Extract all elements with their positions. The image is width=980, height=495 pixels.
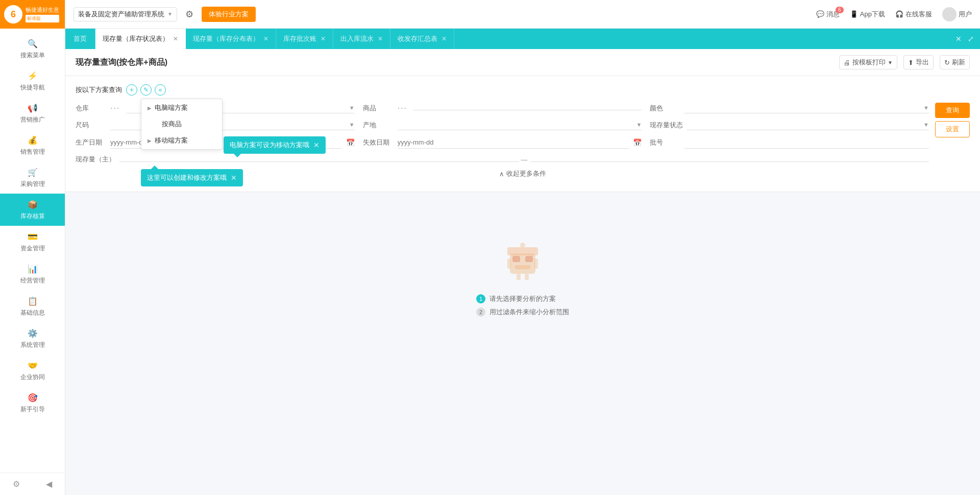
warehouse-dots[interactable]: ··· bbox=[110, 104, 120, 113]
sidebar-item-basic[interactable]: 📋基础信息 bbox=[0, 290, 65, 322]
tab-label-inventory-dist: 现存量（库存分布表） bbox=[193, 34, 259, 43]
inventory-status-field: 现存量状态 ▼ bbox=[650, 120, 929, 130]
page-actions: 🖨 按模板打印 ▼ ⬆ 导出 ↻ 刷新 bbox=[839, 55, 970, 69]
tooltip-create-scheme: 这里可以创建和修改方案哦 ✕ bbox=[141, 169, 243, 186]
header-settings-icon[interactable]: ⚙ bbox=[183, 7, 195, 22]
goods-select[interactable] bbox=[413, 106, 642, 110]
sidebar-item-marketing[interactable]: 📢营销推广 bbox=[0, 97, 65, 129]
tab-in-out-flow[interactable]: 出入库流水✕ bbox=[333, 29, 390, 49]
svg-rect-6 bbox=[517, 274, 521, 280]
empty-hints: 1 请先选择要分析的方案 2 用过滤条件来缩小分析范围 bbox=[476, 294, 569, 317]
tab-close-receive-summary[interactable]: ✕ bbox=[442, 36, 447, 42]
system-selector[interactable]: 装备及固定资产辅助管理系统 ▼ bbox=[74, 7, 177, 21]
search-button[interactable]: 查询 bbox=[935, 103, 970, 118]
export-label: 导出 bbox=[916, 58, 929, 67]
tab-label-receive-summary: 收发存汇总表 bbox=[398, 34, 437, 43]
close-all-tabs-btn[interactable]: ✕ bbox=[955, 35, 962, 43]
notification-btn[interactable]: 💬 消息 6 bbox=[816, 10, 840, 19]
back-scheme-btn[interactable]: « bbox=[155, 84, 166, 96]
sales-nav-label: 销售管理 bbox=[20, 148, 45, 156]
pc-scheme-item[interactable]: ▶ 电脑端方案 bbox=[141, 99, 222, 116]
tab-close-batch-ledger[interactable]: ✕ bbox=[321, 36, 326, 42]
empty-state: 1 请先选择要分析的方案 2 用过滤条件来缩小分析范围 bbox=[65, 192, 980, 358]
notification-icon: 💬 bbox=[816, 10, 824, 18]
tab-inventory-dist[interactable]: 现存量（库存分布表）✕ bbox=[186, 29, 276, 49]
marketing-nav-icon: 📢 bbox=[27, 102, 38, 113]
origin-select[interactable]: ▼ bbox=[398, 120, 642, 130]
goods-dots[interactable]: ··· bbox=[398, 104, 407, 113]
edit-scheme-btn[interactable]: ✎ bbox=[140, 84, 152, 96]
export-button[interactable]: ⬆ 导出 bbox=[903, 55, 934, 69]
export-icon: ⬆ bbox=[908, 59, 914, 66]
svg-rect-1 bbox=[512, 256, 520, 262]
settings-bottom-icon[interactable]: ⚙ bbox=[13, 479, 20, 489]
sidebar-item-system[interactable]: ⚙️系统管理 bbox=[0, 322, 65, 355]
expiry-calendar-icon[interactable]: 📅 bbox=[633, 138, 642, 147]
tab-batch-ledger[interactable]: 库存批次账✕ bbox=[276, 29, 333, 49]
expiry-date-field: 失效日期 📅 bbox=[363, 136, 642, 149]
sidebar-bottom: ⚙ ◀ bbox=[0, 473, 65, 495]
inventory-status-select[interactable]: ▼ bbox=[687, 120, 929, 130]
tab-close-in-out-flow[interactable]: ✕ bbox=[378, 36, 383, 42]
add-scheme-btn[interactable]: ＋ bbox=[126, 84, 137, 96]
tooltip-close-1[interactable]: ✕ bbox=[313, 141, 320, 149]
inventory-nav-label: 库存核算 bbox=[20, 212, 45, 221]
refresh-button[interactable]: ↻ 刷新 bbox=[940, 55, 970, 69]
system-name: 装备及固定资产辅助管理系统 bbox=[78, 10, 164, 19]
tab-home[interactable]: 首页 bbox=[65, 29, 95, 49]
app-download-btn[interactable]: 📱 App下载 bbox=[850, 10, 885, 19]
batch-no-input[interactable] bbox=[684, 136, 929, 149]
mobile-scheme-item[interactable]: ▶ 移动端方案 bbox=[141, 132, 222, 149]
reset-button[interactable]: 设置 bbox=[935, 121, 970, 137]
tab-close-inventory-status[interactable]: ✕ bbox=[173, 36, 178, 42]
fullscreen-btn[interactable]: ⤢ bbox=[968, 35, 974, 43]
pc-sub-item[interactable]: 按商品 bbox=[152, 116, 222, 132]
tab-bar-end: ✕ ⤢ bbox=[949, 29, 980, 49]
tooltip-close-2[interactable]: ✕ bbox=[231, 174, 237, 182]
collapse-icon[interactable]: ◀ bbox=[46, 479, 52, 489]
online-service-btn[interactable]: 🎧 在线客服 bbox=[895, 10, 932, 19]
sidebar-item-quick-nav[interactable]: ⚡快捷导航 bbox=[0, 65, 65, 97]
tab-receive-summary[interactable]: 收发存汇总表✕ bbox=[390, 29, 454, 49]
color-label: 颜色 bbox=[650, 104, 680, 113]
color-select[interactable]: ▼ bbox=[684, 103, 929, 113]
user-menu-btn[interactable]: 用户 bbox=[942, 7, 972, 21]
tab-inventory-status[interactable]: 现存量（库存状况表）✕ bbox=[95, 29, 186, 49]
warehouse-label: 仓库 bbox=[76, 104, 106, 113]
tab-label-in-out-flow: 出入库流水 bbox=[340, 34, 374, 43]
tab-label-home: 首页 bbox=[74, 34, 87, 43]
expiry-date-start[interactable] bbox=[398, 136, 444, 148]
search-nav-label: 搜索菜单 bbox=[20, 51, 45, 60]
logo-icon: 6 bbox=[4, 5, 22, 23]
sidebar-item-finance[interactable]: 💳资金管理 bbox=[0, 226, 65, 258]
filter-label: 按以下方案查询 bbox=[76, 85, 122, 95]
sidebar-item-inventory[interactable]: 📦库存核算 bbox=[0, 194, 65, 226]
tooltip-text-2: 这里可以创建和修改方案哦 bbox=[147, 173, 227, 182]
sidebar-item-search[interactable]: 🔍搜索菜单 bbox=[0, 33, 65, 65]
purchase-nav-label: 采购管理 bbox=[20, 180, 45, 188]
sidebar-item-guide[interactable]: 🎯新手引导 bbox=[0, 387, 65, 419]
refresh-icon: ↻ bbox=[944, 59, 950, 66]
hint-num-1: 1 bbox=[476, 294, 485, 303]
guide-nav-label: 新手引导 bbox=[20, 405, 45, 414]
tab-close-inventory-dist[interactable]: ✕ bbox=[263, 36, 268, 42]
tooltip-pc-scheme: 电脑方案可设为移动方案哦 ✕ bbox=[224, 136, 326, 154]
hint-text-2: 用过滤条件来缩小分析范围 bbox=[489, 308, 569, 317]
enterprise-nav-label: 企业协同 bbox=[20, 373, 45, 382]
expand-icon2: ▶ bbox=[148, 138, 152, 144]
experience-button[interactable]: 体验行业方案 bbox=[202, 7, 256, 22]
sidebar-item-sales[interactable]: 💰销售管理 bbox=[0, 129, 65, 161]
sales-nav-icon: 💰 bbox=[27, 134, 38, 146]
sidebar-item-operation[interactable]: 📊经营管理 bbox=[0, 258, 65, 290]
production-calendar-icon[interactable]: 📅 bbox=[346, 138, 355, 147]
sidebar-item-purchase[interactable]: 🛒采购管理 bbox=[0, 161, 65, 194]
top-header: 装备及固定资产辅助管理系统 ▼ ⚙ 体验行业方案 💬 消息 6 📱 App下载 … bbox=[65, 0, 980, 29]
logo-title: 畅捷通好生意 bbox=[26, 6, 59, 14]
print-dropdown-icon: ▼ bbox=[888, 60, 893, 65]
empty-illustration bbox=[497, 233, 548, 284]
pc-scheme-label: 电脑端方案 bbox=[155, 103, 188, 112]
sidebar-item-enterprise[interactable]: 🤝企业协同 bbox=[0, 355, 65, 387]
system-nav-icon: ⚙️ bbox=[27, 327, 38, 339]
print-button[interactable]: 🖨 按模板打印 ▼ bbox=[839, 55, 897, 69]
mobile-scheme-label: 移动端方案 bbox=[155, 136, 188, 145]
